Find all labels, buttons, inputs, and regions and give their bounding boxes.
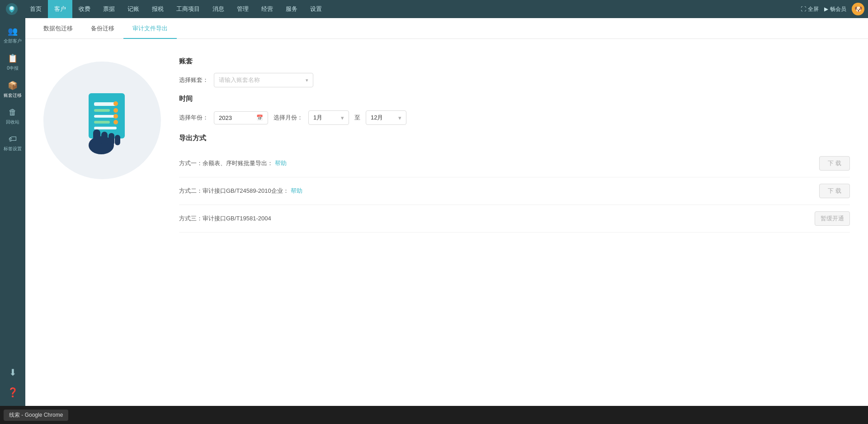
- svg-rect-16: [115, 135, 120, 145]
- download-button-2[interactable]: 下 载: [819, 184, 850, 198]
- tab-data-migration[interactable]: 数据包迁移: [34, 18, 82, 39]
- export-method-1-label: 方式一：余额表、序时账批量导出：帮助: [179, 159, 814, 167]
- nav-invoice[interactable]: 票据: [97, 0, 121, 18]
- recycle-icon: 🗑: [9, 108, 17, 117]
- svg-point-10: [113, 114, 118, 119]
- svg-point-8: [113, 101, 118, 106]
- member-button[interactable]: ▶ 畅会员: [824, 5, 846, 13]
- sidebar-item-migration[interactable]: 📦 账套迁移: [0, 76, 25, 103]
- time-section-title: 时间: [179, 95, 850, 103]
- help-icon[interactable]: ❓: [5, 384, 21, 400]
- svg-rect-3: [94, 102, 117, 106]
- to-text: 至: [354, 114, 360, 122]
- svg-point-9: [113, 108, 118, 113]
- taskbar: 线索 - Google Chrome: [0, 406, 868, 424]
- sidebar-label-tag: 标签设置: [4, 146, 22, 152]
- time-section: 时间 选择年份： 2023 📅 选择月份： 1月 ▾ 至: [179, 95, 850, 125]
- chevron-month-icon: ▾: [341, 114, 344, 121]
- svg-rect-6: [94, 121, 110, 124]
- avatar[interactable]: 🐶: [852, 3, 864, 15]
- account-label: 选择账套：: [179, 76, 208, 84]
- chevron-month-end-icon: ▾: [398, 114, 401, 121]
- year-label: 选择年份：: [179, 114, 208, 122]
- tab-audit-export[interactable]: 审计文件导出: [123, 18, 177, 39]
- export-method-3: 方式三：审计接口GB/T19581-2004 暂缓开通: [179, 205, 850, 233]
- illustration-area: [43, 52, 161, 392]
- nav-home[interactable]: 首页: [24, 0, 48, 18]
- svg-point-1: [10, 6, 14, 10]
- svg-rect-5: [94, 115, 117, 118]
- taskbar-chrome-item[interactable]: 线索 - Google Chrome: [4, 410, 68, 421]
- sidebar-item-recycle[interactable]: 🗑 回收站: [0, 103, 25, 130]
- nav-manage[interactable]: 管理: [231, 0, 255, 18]
- calendar-icon: 📅: [256, 114, 263, 121]
- fullscreen-icon: ⛶: [801, 6, 806, 12]
- export-method-2: 方式二：审计接口GB/T24589-2010企业：帮助 下 载: [179, 177, 850, 205]
- sidebar-item-zero-declare[interactable]: 📋 0申报: [0, 49, 25, 76]
- member-icon: ▶: [824, 6, 828, 12]
- nav-operation[interactable]: 经营: [255, 0, 279, 18]
- coming-soon-button: 暂缓开通: [815, 211, 850, 226]
- form-area: 账套 选择账套： 请输入账套名称 ▾ 时间 选择年份： 2023: [179, 52, 850, 392]
- sidebar-label-migration: 账套迁移: [4, 92, 22, 99]
- month-start-select[interactable]: 1月 ▾: [308, 110, 349, 125]
- export-section: 导出方式 方式一：余额表、序时账批量导出：帮助 下 载 方式二：审计接口GB/T…: [179, 134, 850, 233]
- nav-accounting[interactable]: 记账: [121, 0, 146, 18]
- year-input[interactable]: 2023 📅: [214, 111, 268, 124]
- declare-icon: 📋: [8, 53, 18, 63]
- month-end-value: 12月: [371, 114, 383, 122]
- nav-service[interactable]: 服务: [279, 0, 304, 18]
- nav-billing[interactable]: 收费: [72, 0, 97, 18]
- account-row: 选择账套： 请输入账套名称 ▾: [179, 73, 850, 87]
- svg-rect-4: [94, 109, 110, 112]
- account-select[interactable]: 请输入账套名称 ▾: [214, 73, 313, 87]
- tag-icon: 🏷: [9, 134, 17, 144]
- chevron-down-icon: ▾: [306, 77, 308, 83]
- nav-message[interactable]: 消息: [206, 0, 231, 18]
- export-method-3-label: 方式三：审计接口GB/T19581-2004: [179, 214, 809, 223]
- sidebar-label-declare: 0申报: [7, 65, 19, 71]
- sidebar-item-tag-settings[interactable]: 🏷 标签设置: [0, 130, 25, 157]
- fullscreen-button[interactable]: ⛶ 全屏: [801, 5, 819, 13]
- content-area: 数据包迁移 备份迁移 审计文件导出: [25, 18, 868, 406]
- nav-business[interactable]: 工商项目: [170, 0, 206, 18]
- sidebar-label-customers: 全部客户: [4, 38, 22, 44]
- fullscreen-label: 全屏: [808, 5, 819, 13]
- download-button-1[interactable]: 下 载: [819, 156, 850, 171]
- svg-rect-15: [108, 133, 114, 145]
- svg-point-11: [113, 120, 118, 124]
- export-label-text-1: 方式一：余额表、序时账批量导出：: [179, 160, 273, 167]
- account-placeholder: 请输入账套名称: [219, 76, 260, 84]
- export-help-link-1[interactable]: 帮助: [275, 160, 287, 167]
- export-method-1: 方式一：余额表、序时账批量导出：帮助 下 载: [179, 150, 850, 177]
- nav-settings[interactable]: 设置: [304, 0, 328, 18]
- month-label: 选择月份：: [274, 114, 303, 122]
- illustration-svg: [61, 80, 143, 161]
- export-label-text-2: 方式二：审计接口GB/T24589-2010企业：: [179, 187, 289, 194]
- month-start-value: 1月: [313, 114, 322, 122]
- top-navigation: 首页 客户 收费 票据 记账 报税 工商项目 消息 管理 经营 服务 设置 ⛶ …: [0, 0, 868, 18]
- export-method-2-label: 方式二：审计接口GB/T24589-2010企业：帮助: [179, 187, 814, 195]
- member-label: 畅会员: [830, 5, 846, 13]
- nav-right-area: ⛶ 全屏 ▶ 畅会员 🐶: [801, 3, 864, 15]
- sub-tabs: 数据包迁移 备份迁移 审计文件导出: [25, 18, 868, 39]
- sidebar-label-recycle: 回收站: [6, 119, 19, 125]
- export-help-link-2[interactable]: 帮助: [291, 187, 302, 194]
- account-section-title: 账套: [179, 57, 850, 66]
- main-layout: 👥 全部客户 📋 0申报 📦 账套迁移 🗑 回收站 🏷 标签设置 ⬇ ❓ 数据包…: [0, 18, 868, 406]
- nav-tax[interactable]: 报税: [146, 0, 170, 18]
- sidebar: 👥 全部客户 📋 0申报 📦 账套迁移 🗑 回收站 🏷 标签设置 ⬇ ❓: [0, 18, 25, 406]
- sidebar-bottom: ⬇ ❓: [5, 364, 21, 406]
- nav-customer[interactable]: 客户: [48, 0, 72, 18]
- svg-rect-14: [101, 132, 108, 145]
- nav-menu: 首页 客户 收费 票据 记账 报税 工商项目 消息 管理 经营 服务 设置: [24, 0, 801, 18]
- migration-icon: 📦: [8, 81, 18, 91]
- month-end-select[interactable]: 12月 ▾: [366, 110, 406, 125]
- export-section-title: 导出方式: [179, 134, 850, 143]
- illustration-circle: [43, 62, 161, 179]
- sidebar-item-all-customers[interactable]: 👥 全部客户: [0, 22, 25, 49]
- page-content: 账套 选择账套： 请输入账套名称 ▾ 时间 选择年份： 2023: [25, 39, 868, 406]
- tab-backup-migration[interactable]: 备份迁移: [82, 18, 123, 39]
- app-logo: [4, 1, 20, 17]
- download-icon[interactable]: ⬇: [6, 364, 19, 381]
